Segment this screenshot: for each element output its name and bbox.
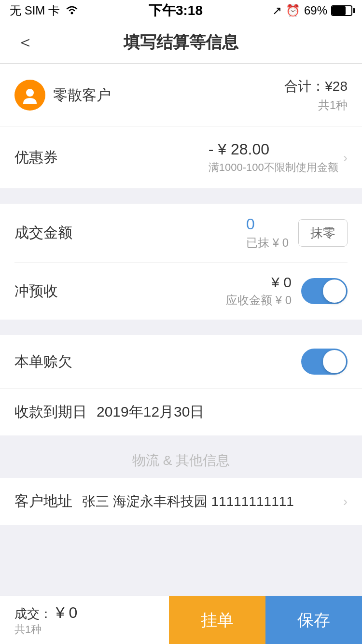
coupon-right: - ¥ 28.00 满1000-100不限制使用金额 › <box>209 140 348 175</box>
debt-toggle-knob <box>323 350 346 373</box>
prepay-row: 冲预收 ¥ 0 应收金额 ¥ 0 <box>14 263 348 320</box>
back-button[interactable]: ＜ <box>12 26 39 59</box>
transaction-info: 0 已抹 ¥ 0 <box>246 215 289 251</box>
sim-label: 无 SIM 卡 <box>10 3 60 18</box>
duedate-label: 收款到期日 <box>14 402 87 422</box>
section-divider-2 <box>0 320 362 327</box>
round-off-button[interactable]: 抹零 <box>298 219 348 247</box>
bottom-deal-label: 成交： <box>14 606 52 621</box>
avatar-icon <box>21 86 39 104</box>
coupon-desc: 满1000-100不限制使用金额 <box>209 160 338 175</box>
transaction-label: 成交金额 <box>14 223 72 243</box>
coupon-label: 优惠券 <box>14 148 58 168</box>
debt-toggle[interactable] <box>301 349 348 375</box>
duedate-section: 收款到期日 2019年12月30日 <box>0 388 362 435</box>
address-label: 客户地址 <box>14 491 72 511</box>
customer-info: 零散客户 <box>14 80 111 111</box>
logistics-divider: 物流 & 其他信息 <box>0 443 362 478</box>
debt-section: 本单赊欠 <box>0 335 362 388</box>
prepay-main: ¥ 0 <box>226 274 292 291</box>
prepay-sub: 应收金额 ¥ 0 <box>226 293 292 308</box>
address-section[interactable]: 客户地址 张三 海淀永丰科技园 11111111111 › <box>0 478 362 525</box>
battery-icon <box>331 5 352 16</box>
transaction-right: 0 已抹 ¥ 0 抹零 <box>246 215 348 251</box>
bottom-deal-amount: ¥ 0 <box>56 604 77 621</box>
customer-name: 零散客户 <box>53 85 111 105</box>
battery-fill <box>332 6 346 15</box>
toggle-knob <box>323 280 346 303</box>
coupon-info: - ¥ 28.00 满1000-100不限制使用金额 <box>209 140 338 175</box>
wifi-icon <box>65 4 79 17</box>
battery-percent: 69% <box>304 4 327 17</box>
address-chevron-icon: › <box>343 494 348 509</box>
duedate-value: 2019年12月30日 <box>97 402 204 422</box>
status-right: ↗ ⏰ 69% <box>272 4 352 17</box>
transaction-value: 0 <box>246 215 255 233</box>
svg-point-0 <box>71 12 73 14</box>
alarm-icon: ⏰ <box>286 4 300 17</box>
bottom-deal-row: 成交： ¥ 0 <box>14 604 154 622</box>
customer-section: 零散客户 合计：¥28 共1种 优惠券 - ¥ 28.00 满1000-100不… <box>0 64 362 188</box>
status-bar: 无 SIM 卡 下午3:18 ↗ ⏰ 69% <box>0 0 362 21</box>
prepay-toggle[interactable] <box>301 278 348 304</box>
nav-bar: ＜ 填写结算等信息 <box>0 21 362 64</box>
chevron-right-icon: › <box>343 150 348 166</box>
status-time: 下午3:18 <box>149 1 203 20</box>
avatar <box>14 80 45 111</box>
transaction-section: 成交金额 0 已抹 ¥ 0 抹零 冲预收 ¥ 0 应收金额 ¥ 0 <box>0 204 362 320</box>
prepay-label: 冲预收 <box>14 281 58 301</box>
logistics-label: 物流 & 其他信息 <box>132 451 230 470</box>
svg-point-1 <box>26 89 34 97</box>
status-left: 无 SIM 卡 <box>10 3 79 18</box>
save-button[interactable]: 保存 <box>265 596 362 644</box>
prepay-amounts: ¥ 0 应收金额 ¥ 0 <box>226 274 292 308</box>
address-value: 张三 海淀永丰科技园 11111111111 <box>82 492 343 511</box>
location-icon: ↗ <box>272 4 282 17</box>
section-divider-1 <box>0 196 362 204</box>
bottom-summary: 成交： ¥ 0 共1种 <box>0 596 169 644</box>
prepay-right: ¥ 0 应收金额 ¥ 0 <box>226 274 348 308</box>
hold-order-button[interactable]: 挂单 <box>169 596 265 644</box>
customer-total: 合计：¥28 共1种 <box>284 77 348 113</box>
total-count: 共1种 <box>284 98 348 113</box>
total-amount: 合计：¥28 <box>284 77 348 96</box>
coupon-row[interactable]: 优惠券 - ¥ 28.00 满1000-100不限制使用金额 › <box>0 126 362 188</box>
bottom-bar: 成交： ¥ 0 共1种 挂单 保存 <box>0 596 362 644</box>
transaction-row: 成交金额 0 已抹 ¥ 0 抹零 <box>14 204 348 263</box>
coupon-amount: - ¥ 28.00 <box>209 140 338 158</box>
customer-row: 零散客户 合计：¥28 共1种 <box>0 64 362 126</box>
page-title: 填写结算等信息 <box>124 31 238 54</box>
debt-label: 本单赊欠 <box>14 352 72 372</box>
bottom-count: 共1种 <box>14 622 154 637</box>
transaction-sub: 已抹 ¥ 0 <box>246 235 289 251</box>
